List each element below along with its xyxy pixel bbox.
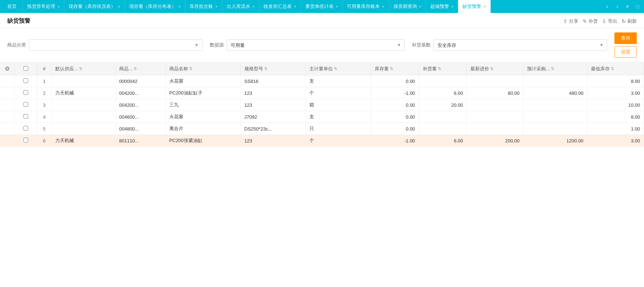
cell-checkbox[interactable] [14,123,37,135]
cell-gear [0,135,14,147]
tab-shortage[interactable]: 缺货预警 × [458,0,490,13]
close-batch-account-tab[interactable]: × [215,4,217,9]
tab-available-ledger[interactable]: 可用量库存账本 × [343,0,389,13]
close-shortage-tab[interactable]: × [483,4,486,9]
tab-expiry-query[interactable]: 保质期查询 × [389,0,426,13]
tab-receive-summary[interactable]: 收发存汇总表 × [259,0,301,13]
th-latest-price: 最新进价 ⇅ [467,62,523,75]
maximize-btn[interactable]: □ [632,0,643,13]
cell-checkbox[interactable] [14,135,37,147]
close-expiry-query-tab[interactable]: × [419,4,421,9]
cell-latest-price [467,99,523,111]
close-inout-flow-tab[interactable]: × [252,4,254,9]
export-btn[interactable]: ⇩ 导出 [602,18,617,25]
row-checkbox[interactable] [23,138,28,142]
th-supplement: 补货量 ⇅ [419,62,467,75]
cell-checkbox[interactable] [14,75,37,87]
cell-min-stock: 3.00 [587,135,644,147]
refresh-btn[interactable]: ↻ 刷新 [622,18,637,25]
cell-product-code: 004200... [116,87,166,99]
sort-latest-price[interactable]: 最新进价 ⇅ [470,66,493,72]
tab-exception[interactable]: 拣货异常处理 × [23,0,64,13]
sort-supplier[interactable]: 默认供应... ⇅ [55,66,82,72]
category-select[interactable] [29,39,203,51]
th-gear[interactable]: ⚙ [0,62,14,75]
row-checkbox[interactable] [23,126,28,131]
cell-est-purchase: 480.00 [523,87,587,99]
sort-latest-price-icon: ⇅ [490,66,493,71]
select-all-checkbox[interactable] [23,66,28,71]
data-table-wrap: ⚙ # 默认供应... ⇅ 商品... [0,62,644,147]
close-exception-tab[interactable]: × [57,4,60,9]
sort-unit[interactable]: 主计量单位 ⇅ [309,66,337,72]
cell-spec: 123 [240,135,305,147]
category-select-wrap: ▼ [29,39,203,51]
sort-min-stock[interactable]: 最低库存 ⇅ [591,66,614,72]
supplement-base-select[interactable]: 安全库存 最低库存 [434,39,607,51]
cell-latest-price [467,111,523,123]
close-overstock-tab[interactable]: × [451,4,453,9]
cell-est-purchase [523,123,587,135]
export-icon: ⇩ [602,18,606,24]
tab-overstock[interactable]: 超储预警 × [426,0,458,13]
close-order-stats-tab[interactable]: × [336,4,338,9]
cell-unit: 只 [305,123,371,135]
tab-inventory-dist[interactable]: 现存量（库存分布表） × [125,0,185,13]
close-available-ledger-tab[interactable]: × [382,4,384,9]
close-inventory-status-tab[interactable]: × [118,4,120,9]
cell-checkbox[interactable] [14,111,37,123]
share-btn[interactable]: ⇧ 分享 [563,18,578,25]
gear-icon[interactable]: ⚙ [5,66,10,72]
nav-next-btn[interactable]: › [612,0,622,13]
query-button[interactable]: 查询 [614,32,637,44]
cell-checkbox[interactable] [14,99,37,111]
page-title: 缺货预警 [7,17,30,25]
cell-supplier [52,99,116,111]
datasource-select[interactable]: 可用量 库存量 [227,39,405,51]
row-checkbox[interactable] [23,90,28,95]
tab-batch-account[interactable]: 库存批次账 × [185,0,222,13]
sort-spec-icon: ⇅ [264,66,267,71]
sort-spec[interactable]: 规格型号 ⇅ [244,66,267,72]
sort-est-purchase[interactable]: 预计采购... ⇅ [527,66,554,72]
th-unit: 主计量单位 ⇅ [305,62,371,75]
cell-latest-price: 80.00 [467,87,523,99]
cell-latest-price [467,75,523,87]
cell-spec: J7092 [240,111,305,123]
cell-product-name: 离合片 [165,123,240,135]
row-checkbox[interactable] [23,114,28,119]
supplement-icon: ✎ [583,18,587,24]
row-checkbox[interactable] [23,78,28,83]
supplement-btn[interactable]: ✎ 补货 [583,18,598,25]
close-receive-summary-tab[interactable]: × [294,4,296,9]
sort-stock[interactable]: 库存量 ⇅ [375,66,393,72]
cell-checkbox[interactable] [14,87,37,99]
top-nav: 首页 拣货异常处理 × 现存量（库存状况表） × 现存量（库存分布表） × 库存… [0,0,644,13]
cell-spec: DS250*23c... [240,123,305,135]
datasource-filter: 数据源 可用量 库存量 ▼ [210,39,405,51]
cell-est-purchase [523,75,587,87]
supplement-base-filter: 补货基数 安全库存 最低库存 ▼ [412,39,607,51]
row-checkbox[interactable] [23,102,28,107]
sort-product-name[interactable]: 商品名称 ⇅ [169,66,192,72]
sort-product-name-icon: ⇅ [189,66,192,71]
tab-inout-flow[interactable]: 出入库流水 × [222,0,259,13]
cell-product-code: 004600... [116,111,166,123]
settings-button[interactable]: 设置 [614,46,637,58]
main-content: 缺货预警 ⇧ 分享 ✎ 补货 ⇩ 导出 ↻ 刷新 商品分类 [0,13,644,287]
cell-gear [0,111,14,123]
table-row: 2 力天机械 004200... PC200油缸缸子 123 个 -1.00 6… [0,87,644,99]
sort-supplement[interactable]: 补货量 ⇅ [423,66,441,72]
filter-bar: 商品分类 ▼ 数据源 可用量 库存量 ▼ 补货基数 [0,28,644,62]
data-table: ⚙ # 默认供应... ⇅ 商品... [0,62,644,147]
tab-inventory-status[interactable]: 现存量（库存状况表） × [64,0,125,13]
cell-unit: 支 [305,111,371,123]
sort-est-purchase-icon: ⇅ [551,66,554,71]
cell-stock: 0.00 [371,111,419,123]
sort-product-code[interactable]: 商品... ⇅ [119,66,137,72]
tab-home[interactable]: 首页 [1,0,23,13]
tab-order-stats[interactable]: 要货单统计表 × [301,0,343,13]
close-all-btn[interactable]: × [622,0,632,13]
nav-prev-btn[interactable]: ‹ [602,0,612,13]
close-inventory-dist-tab[interactable]: × [178,4,180,9]
